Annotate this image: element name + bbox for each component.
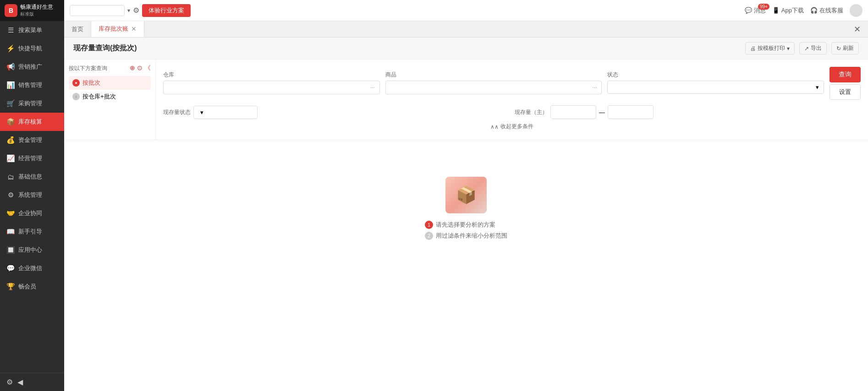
page-content: 现存量查询(按批次) 🖨 按模板打印 ▾ ↗ 导出 ↻ 刷新 bbox=[64, 38, 868, 391]
empty-hints: 1 请先选择要分析的方案 2 用过滤条件来缩小分析范围 bbox=[425, 221, 507, 240]
refresh-icon: ↻ bbox=[836, 45, 841, 52]
collapse-filter-btn[interactable]: ∧∧ 收起更多条件 bbox=[163, 119, 861, 134]
sidebar-item-apps[interactable]: 🔲 应用中心 bbox=[0, 241, 64, 259]
status-dropdown-icon: ▾ bbox=[816, 84, 819, 91]
page-title: 现存量查询(按批次) bbox=[73, 43, 137, 53]
inv-status-select[interactable]: ▾ bbox=[193, 106, 258, 119]
sidebar-item-newbie[interactable]: 📖 新手引导 bbox=[0, 223, 64, 241]
filter-settings-btn[interactable]: 设置 bbox=[830, 84, 861, 100]
sidebar-item-inventory[interactable]: 📦 库存核算 bbox=[0, 113, 64, 131]
product-input[interactable]: ··· bbox=[385, 81, 602, 94]
app-download-btn[interactable]: 📱 App下载 bbox=[772, 6, 804, 15]
inv-qty-to-input[interactable] bbox=[608, 105, 654, 119]
product-dots-icon: ··· bbox=[592, 84, 597, 91]
sidebar-item-quicknav[interactable]: ⚡ 快捷导航 bbox=[0, 39, 64, 58]
sidebar-item-management[interactable]: 📈 经营管理 bbox=[0, 149, 64, 168]
page-header: 现存量查询(按批次) 🖨 按模板打印 ▾ ↗ 导出 ↻ 刷新 bbox=[64, 38, 868, 60]
sidebar-header: B 畅康通好生意 标准版 bbox=[0, 0, 64, 21]
collapse-label: 收起更多条件 bbox=[500, 123, 533, 130]
empty-box-icon: 📦 bbox=[445, 177, 487, 213]
print-btn[interactable]: 🖨 按模板打印 ▾ bbox=[745, 42, 795, 54]
tab-inventory-label: 库存批次账 bbox=[99, 25, 128, 33]
settings-scheme-btn[interactable]: ⊙ bbox=[137, 64, 143, 72]
management-icon: 📈 bbox=[6, 154, 15, 163]
filter-warehouse-field: 仓库 ··· bbox=[163, 71, 380, 94]
sidebar-item-sales[interactable]: 📊 销售管理 bbox=[0, 76, 64, 94]
hint-num-1: 1 bbox=[425, 221, 433, 229]
scheme-item-warehouse-batch[interactable]: ○ 按仓库+批次 bbox=[69, 90, 151, 103]
filter-product-field: 商品 ··· bbox=[385, 71, 602, 94]
hint-text-2: 用过滤条件来缩小分析范围 bbox=[436, 232, 507, 240]
query-btn[interactable]: 查询 bbox=[830, 67, 861, 82]
topbar: ▾ ⚙ 体验行业方案 💬 消息 99+ 📱 App下载 🎧 在线客服 bbox=[64, 0, 868, 21]
warehouse-input[interactable]: ··· bbox=[163, 81, 380, 94]
message-icon: 💬 bbox=[745, 7, 752, 14]
sidebar-item-label: 库存核算 bbox=[18, 118, 42, 126]
footer-settings-icon[interactable]: ⚙ bbox=[6, 378, 13, 386]
tab-inventory-batch[interactable]: 库存批次账 ✕ bbox=[91, 21, 144, 37]
sidebar: B 畅康通好生意 标准版 ☰ 搜索菜单 ⚡ 快捷导航 📢 营销推广 📊 销售管理… bbox=[0, 0, 64, 391]
topbar-search-input[interactable] bbox=[70, 5, 125, 16]
basic-info-icon: 🗂 bbox=[6, 173, 15, 181]
sidebar-item-marketing[interactable]: 📢 营销推广 bbox=[0, 58, 64, 76]
topbar-dropdown-btn[interactable]: ▾ bbox=[127, 7, 130, 14]
sidebar-item-wechat[interactable]: 💬 企业微信 bbox=[0, 259, 64, 277]
collapse-scheme-btn[interactable]: 《 bbox=[144, 64, 151, 72]
tab-home[interactable]: 首页 bbox=[64, 21, 91, 37]
scheme-icons: ⊕ ⊙ 《 bbox=[130, 64, 151, 72]
sidebar-item-member[interactable]: 🏆 畅会员 bbox=[0, 277, 64, 296]
collab-icon: 🤝 bbox=[6, 209, 15, 217]
app-name: 畅康通好生意 bbox=[20, 4, 53, 11]
filter-row-1: 仓库 ··· 商品 ··· 状态 bbox=[163, 65, 861, 100]
scheme-item-batch[interactable]: ● 按批次 bbox=[69, 76, 151, 90]
filter-fields: 仓库 ··· 商品 ··· 状态 bbox=[156, 60, 868, 140]
sidebar-item-label: 销售管理 bbox=[18, 81, 42, 89]
sidebar-item-label: 新手引导 bbox=[18, 228, 42, 236]
scheme-batch-label: 按批次 bbox=[82, 79, 100, 87]
apps-icon: 🔲 bbox=[6, 246, 15, 254]
online-service-label: 在线客服 bbox=[819, 6, 843, 15]
status-select[interactable]: ▾ bbox=[607, 81, 824, 94]
sidebar-item-basic-info[interactable]: 🗂 基础信息 bbox=[0, 168, 64, 186]
inv-qty-from-input[interactable] bbox=[550, 105, 596, 119]
tab-close-icon[interactable]: ✕ bbox=[131, 25, 137, 33]
tab-close-right-btn[interactable]: ✕ bbox=[846, 21, 868, 37]
sidebar-item-system[interactable]: ⚙ 系统管理 bbox=[0, 186, 64, 204]
sidebar-nav: ☰ 搜索菜单 ⚡ 快捷导航 📢 营销推广 📊 销售管理 🛒 采购管理 📦 库存核… bbox=[0, 21, 64, 373]
warehouse-label: 仓库 bbox=[163, 71, 380, 79]
hint-num-2: 2 bbox=[425, 232, 433, 240]
messages-btn[interactable]: 💬 消息 99+ bbox=[745, 6, 766, 15]
print-dropdown-icon: ▾ bbox=[787, 45, 790, 52]
sidebar-item-search[interactable]: ☰ 搜索菜单 bbox=[0, 21, 64, 39]
sidebar-item-label: 应用中心 bbox=[18, 246, 42, 254]
online-service-btn[interactable]: 🎧 在线客服 bbox=[810, 6, 843, 15]
scheme-label: 按以下方案查询 bbox=[69, 65, 107, 72]
hint-text-1: 请先选择要分析的方案 bbox=[436, 221, 495, 229]
refresh-btn[interactable]: ↻ 刷新 bbox=[831, 42, 859, 54]
sidebar-item-purchase[interactable]: 🛒 采购管理 bbox=[0, 94, 64, 113]
page-header-actions: 🖨 按模板打印 ▾ ↗ 导出 ↻ 刷新 bbox=[745, 42, 859, 54]
app-edition: 标准版 bbox=[20, 11, 53, 17]
trial-btn[interactable]: 体验行业方案 bbox=[142, 4, 191, 17]
sidebar-item-label: 采购管理 bbox=[18, 99, 42, 108]
sales-icon: 📊 bbox=[6, 81, 15, 89]
filter-inv-status-field: 现存量状态 ▾ bbox=[163, 106, 509, 119]
inv-qty-label: 现存量（主） bbox=[515, 109, 548, 116]
filter-panel: 按以下方案查询 ⊕ ⊙ 《 ● 按批次 ○ 按仓库+批次 bbox=[64, 60, 868, 140]
service-icon: 🎧 bbox=[810, 7, 818, 14]
sidebar-item-label: 营销推广 bbox=[18, 63, 42, 71]
sidebar-item-label: 快捷导航 bbox=[18, 44, 42, 53]
marketing-icon: 📢 bbox=[6, 63, 15, 71]
add-scheme-btn[interactable]: ⊕ bbox=[130, 64, 135, 72]
user-avatar-btn[interactable] bbox=[850, 4, 863, 17]
topbar-gear-icon[interactable]: ⚙ bbox=[133, 6, 139, 15]
filter-scheme-panel: 按以下方案查询 ⊕ ⊙ 《 ● 按批次 ○ 按仓库+批次 bbox=[64, 60, 156, 140]
footer-collapse-icon[interactable]: ◀ bbox=[17, 378, 23, 386]
sidebar-item-finance[interactable]: 💰 资金管理 bbox=[0, 131, 64, 149]
sidebar-item-collab[interactable]: 🤝 企业协同 bbox=[0, 204, 64, 223]
purchase-icon: 🛒 bbox=[6, 99, 15, 108]
export-btn[interactable]: ↗ 导出 bbox=[799, 42, 827, 54]
quick-nav-icon: ⚡ bbox=[6, 44, 15, 53]
filter-status-field: 状态 ▾ bbox=[607, 71, 824, 94]
app-download-label: App下载 bbox=[781, 6, 804, 15]
